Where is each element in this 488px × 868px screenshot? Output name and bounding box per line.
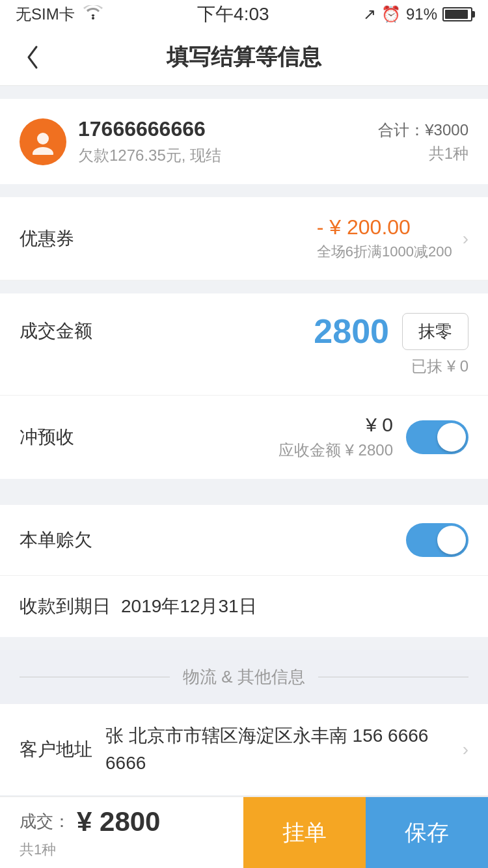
deal-amount-section: 成交金额 2800 抹零 已抹 ¥ 0 [0,293,488,395]
address-label: 客户地址 [20,737,92,762]
address-content: 张 北京市市辖区海淀区永丰南 156 6666 6666 [105,722,450,777]
prepay-amount: ¥ 0 [278,414,393,436]
carrier-text: 无SIM卡 [16,4,75,25]
deal-amount-sub: 已抹 ¥ 0 [20,356,468,377]
deal-amount-value: 2800 [314,312,389,351]
svg-point-1 [37,133,49,144]
back-button[interactable] [18,43,47,72]
deal-amount-row: 成交金额 2800 抹零 [20,312,468,351]
bottom-info: 成交： ¥ 2800 共1种 [0,806,243,860]
battery-percent: 91% [406,5,437,23]
due-date-label: 收款到期日 [20,594,111,619]
deal-amount-label: 成交金额 [20,319,92,344]
status-left: 无SIM卡 [16,4,103,25]
page-title: 填写结算等信息 [167,42,321,72]
coupon-label: 优惠券 [20,226,74,251]
prepay-toggle[interactable] [406,420,468,454]
prepay-row: 冲预收 ¥ 0 应收金额 ¥ 2800 [20,414,468,461]
customer-left: 17666666666 欠款1276.35元, 现结 [20,117,221,166]
prepay-label: 冲预收 [20,425,74,450]
coupon-right: - ¥ 200.00 全场6折满1000减200 › [317,215,468,262]
prepay-sub: 应收金额 ¥ 2800 [278,440,393,461]
svg-point-0 [92,17,94,20]
avatar [20,118,66,165]
address-row[interactable]: 客户地址 张 北京市市辖区海淀区永丰南 156 6666 6666 › [0,704,488,795]
section-gap-2 [0,280,488,293]
customer-debt: 欠款1276.35元, 现结 [78,145,221,166]
debt-label: 本单赊欠 [20,528,92,552]
deal-amount-right: 2800 抹零 [314,312,468,351]
due-date-section: 收款到期日 2019年12月31日 [0,575,488,637]
prepay-right: ¥ 0 应收金额 ¥ 2800 [278,414,468,461]
svg-point-2 [33,147,53,155]
status-right: ↗ ⏰ 91% [363,5,472,23]
round-button[interactable]: 抹零 [402,313,468,350]
customer-phone: 17666666666 [78,117,221,141]
total-count: 共1种 [378,143,468,164]
status-bar: 无SIM卡 下午4:03 ↗ ⏰ 91% [0,0,488,29]
customer-card: 17666666666 欠款1276.35元, 现结 合计：¥3000 共1种 [0,99,488,184]
coupon-amount: - ¥ 200.00 [317,215,452,239]
bottom-deal-amount: ¥ 2800 [77,806,160,837]
bottom-count: 共1种 [20,840,224,860]
location-icon: ↗ [363,5,376,23]
save-button[interactable]: 保存 [366,797,488,869]
bottom-deal-row: 成交： ¥ 2800 [20,806,224,837]
bottom-deal-label: 成交： [20,810,70,833]
debt-toggle[interactable] [406,523,468,557]
section-gap-1 [0,184,488,197]
wifi-icon [83,5,103,23]
divider-line-right [318,677,468,677]
prepay-section: 冲预收 ¥ 0 应收金额 ¥ 2800 [0,395,488,479]
coupon-row[interactable]: 优惠券 - ¥ 200.00 全场6折满1000减200 › [0,197,488,280]
logistics-divider: 物流 & 其他信息 [0,650,488,704]
customer-total: 合计：¥3000 共1种 [378,120,468,164]
address-chevron-icon: › [463,739,468,760]
alarm-icon: ⏰ [381,5,401,23]
total-label: 合计：¥3000 [378,120,468,141]
bottom-bar: 成交： ¥ 2800 共1种 挂单 保存 [0,796,488,868]
customer-info: 17666666666 欠款1276.35元, 现结 [78,117,221,166]
section-gap-3 [0,479,488,492]
prepay-amount-col: ¥ 0 应收金额 ¥ 2800 [278,414,393,461]
due-date-value: 2019年12月31日 [121,594,257,619]
coupon-chevron-icon: › [463,228,468,249]
coupon-desc: 全场6折满1000减200 [317,242,452,262]
header: 填写结算等信息 [0,29,488,86]
battery-icon [442,7,472,21]
logistics-text: 物流 & 其他信息 [183,666,305,688]
divider-line-left [20,677,170,677]
hang-button[interactable]: 挂单 [243,797,366,869]
status-time: 下午4:03 [197,2,269,27]
debt-section: 本单赊欠 [0,505,488,575]
